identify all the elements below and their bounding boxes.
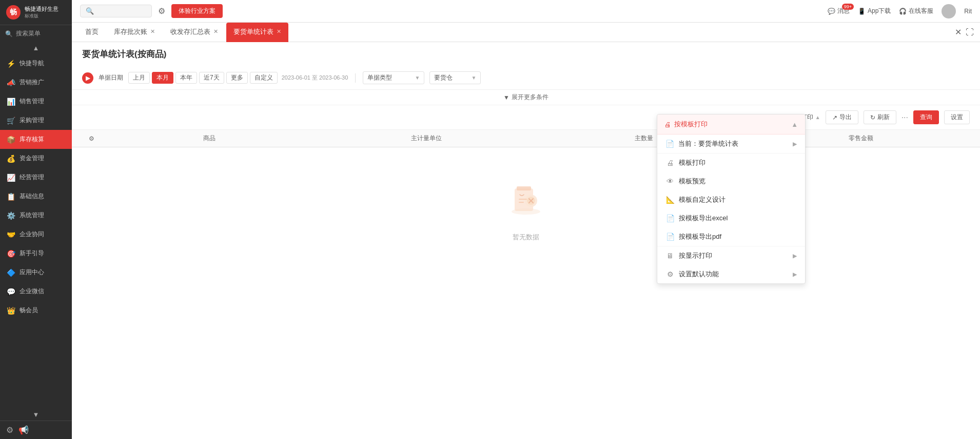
table-header: ⚙ 商品 主计量单位 主数量 零售金额 <box>72 130 980 147</box>
app-center-icon: 🔷 <box>6 269 15 277</box>
export-excel-label: 按模板导出excel <box>679 214 728 223</box>
sidebar-footer: ⚙ 📢 <box>0 421 72 439</box>
message-button[interactable]: 💬 消息 99+ <box>828 7 850 15</box>
three-dot-menu[interactable]: ··· <box>901 113 908 122</box>
sidebar-item-purchase[interactable]: 🛒 采购管理 <box>0 111 72 130</box>
sidebar-item-inventory[interactable]: 📦 库存核算 <box>0 130 72 149</box>
sidebar-item-label: 应用中心 <box>19 268 44 277</box>
sidebar-item-label: 新手引导 <box>19 249 44 258</box>
sidebar-item-quick-nav[interactable]: ⚡ 快捷导航 <box>0 54 72 73</box>
date-custom[interactable]: 自定义 <box>250 72 278 84</box>
tab-home[interactable]: 首页 <box>78 23 106 42</box>
date-filter-label: 单据日期 <box>99 73 123 82</box>
dropdown-item-template-print[interactable]: 🖨 模板打印 <box>657 154 805 172</box>
sidebar-search[interactable]: 🔍 搜索菜单 <box>0 25 72 42</box>
dropdown-current-item[interactable]: 📄 当前：要货单统计表 ▶ <box>657 135 805 154</box>
speaker-icon[interactable]: 📢 <box>18 425 29 435</box>
refresh-button[interactable]: ↻ 刷新 <box>864 110 896 124</box>
online-service-button[interactable]: 🎧 在线客服 <box>899 7 933 15</box>
template-print-label: 模板打印 <box>679 158 705 167</box>
dropdown-item-export-pdf[interactable]: 📄 按模板导出pdf <box>657 227 805 246</box>
export-pdf-label: 按模板导出pdf <box>679 232 721 241</box>
template-preview-label: 模板预览 <box>679 177 705 186</box>
username-label[interactable]: Rit <box>964 8 972 15</box>
filter-expand-button[interactable]: ▶ <box>82 72 93 84</box>
sidebar-item-corp[interactable]: 🤝 企业协同 <box>0 225 72 244</box>
dropdown-close-arrow[interactable]: ▲ <box>791 121 798 128</box>
tab-order-summary[interactable]: 要货单统计表 ✕ <box>226 23 288 42</box>
sidebar-item-basic[interactable]: 📋 基础信息 <box>0 187 72 206</box>
message-badge: 99+ <box>842 4 854 10</box>
export-button[interactable]: ↗ 导出 <box>826 110 858 124</box>
sidebar-item-marketing[interactable]: 📣 营销推广 <box>0 73 72 92</box>
topbar-search-icon: 🔍 <box>86 7 94 15</box>
page-header: 要货单统计表(按商品) <box>72 42 980 66</box>
sidebar-logo: 畅 畅捷通好生意 标准版 <box>0 0 72 25</box>
app-download-button[interactable]: 📱 App下载 <box>858 7 891 15</box>
sidebar-item-wechat[interactable]: 💬 企业微信 <box>0 282 72 301</box>
dropdown-item-template-preview[interactable]: 👁 模板预览 <box>657 172 805 190</box>
query-button[interactable]: 查询 <box>913 110 939 124</box>
sidebar-item-member[interactable]: 👑 畅会员 <box>0 301 72 320</box>
chevron-down-icon: ▼ <box>415 75 420 81</box>
topbar-gear-button[interactable]: ⚙ <box>158 6 165 16</box>
tab-inventory-batch[interactable]: 库存批次账 ✕ <box>107 23 162 42</box>
operation-icon: 📈 <box>6 174 15 182</box>
topbar-search-box[interactable]: 🔍 <box>80 5 152 17</box>
dropdown-item-template-design[interactable]: 📐 模板自定义设计 <box>657 190 805 209</box>
sidebar-scroll-up[interactable]: ▲ <box>0 42 72 54</box>
print-dropdown: 🖨 按模板打印 ▲ 📄 当前：要货单统计表 ▶ 🖨 模板打印 👁 模板预览 📐 <box>657 114 806 284</box>
template-design-label: 模板自定义设计 <box>679 195 726 204</box>
sidebar-item-label: 系统管理 <box>19 211 44 220</box>
dropdown-item-display-print[interactable]: 🖥 按显示打印 ▶ <box>657 246 805 265</box>
svg-rect-7 <box>519 199 527 200</box>
app-logo-icon: 畅 <box>6 5 21 20</box>
dropdown-header-left: 🖨 按模板打印 <box>664 120 708 129</box>
maximize-button[interactable]: ⛶ <box>966 27 974 37</box>
settings-button[interactable]: 设置 <box>944 110 970 124</box>
export-icon: ↗ <box>832 114 837 121</box>
refresh-label: 刷新 <box>877 113 890 122</box>
settings-icon[interactable]: ⚙ <box>6 425 13 435</box>
sidebar-item-label: 经营管理 <box>19 173 44 182</box>
sidebar-item-guide[interactable]: 🎯 新手引导 <box>0 244 72 263</box>
tab-receive-summary-close[interactable]: ✕ <box>213 28 218 35</box>
filter-divider <box>355 73 356 83</box>
th-settings[interactable]: ⚙ <box>82 135 101 142</box>
sidebar-item-operation[interactable]: 📈 经营管理 <box>0 168 72 187</box>
tab-receive-summary[interactable]: 收发存汇总表 ✕ <box>163 23 225 42</box>
message-icon: 💬 <box>828 8 835 15</box>
date-current-year[interactable]: 本年 <box>175 72 197 84</box>
expand-more-button[interactable]: ▼ 展开更多条件 <box>503 93 548 102</box>
tab-order-summary-close[interactable]: ✕ <box>277 28 281 35</box>
date-prev-month[interactable]: 上月 <box>128 72 150 84</box>
date-last7[interactable]: 近7天 <box>199 72 224 84</box>
doc-type-select[interactable]: 单据类型 ▼ <box>363 71 424 84</box>
expand-more-icon: ▼ <box>503 94 509 101</box>
avatar[interactable] <box>942 4 956 18</box>
sidebar-item-label: 快捷导航 <box>19 59 44 68</box>
sidebar-scroll-down[interactable]: ▼ <box>0 409 72 421</box>
default-func-icon: ⚙ <box>665 270 675 278</box>
empty-state: 暂无数据 <box>72 147 980 273</box>
sidebar-item-sales[interactable]: 📊 销售管理 <box>0 92 72 111</box>
order-warehouse-select[interactable]: 要货仓 ▼ <box>429 71 481 84</box>
sidebar-item-app-center[interactable]: 🔷 应用中心 <box>0 263 72 282</box>
trial-button[interactable]: 体验行业方案 <box>171 4 223 18</box>
sidebar-item-finance[interactable]: 💰 资金管理 <box>0 149 72 168</box>
marketing-icon: 📣 <box>6 79 15 87</box>
sidebar-item-label: 营销推广 <box>19 78 44 87</box>
app-version: 标准版 <box>25 13 58 20</box>
dropdown-item-default-func[interactable]: ⚙ 设置默认功能 ▶ <box>657 265 805 283</box>
date-current-month[interactable]: 本月 <box>152 72 173 84</box>
close-tab-button[interactable]: ✕ <box>955 27 962 37</box>
dropdown-item-export-excel[interactable]: 📄 按模板导出excel <box>657 209 805 227</box>
svg-rect-8 <box>519 202 524 203</box>
date-more[interactable]: 更多 <box>226 72 248 84</box>
current-item-arrow: ▶ <box>793 141 797 147</box>
topbar-search-input[interactable] <box>97 8 138 15</box>
main-area: 🔍 ⚙ 体验行业方案 💬 消息 99+ 📱 App下载 🎧 在线客服 Rit <box>72 0 980 439</box>
content-area: 要货单统计表(按商品) ▶ 单据日期 上月 本月 本年 近7天 更多 自定义 2… <box>72 42 980 439</box>
sidebar-item-system[interactable]: ⚙️ 系统管理 <box>0 206 72 225</box>
tab-inventory-batch-close[interactable]: ✕ <box>150 28 155 35</box>
